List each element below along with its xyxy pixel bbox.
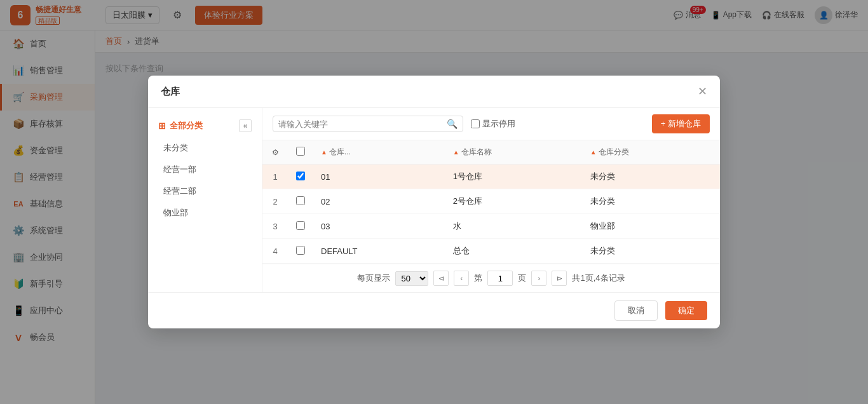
row-num: 4 (262, 239, 288, 264)
page-label: 页 (518, 273, 526, 284)
row-num: 3 (262, 214, 288, 239)
modal-header: 仓库 ✕ (148, 76, 720, 108)
collapse-button[interactable]: « (239, 119, 252, 132)
warehouse-modal: 仓库 ✕ ⊞ 全部分类 « 未分类 经营一部 经营二部 (148, 76, 720, 328)
last-page-button[interactable]: ⊳ (552, 271, 567, 286)
table-row[interactable]: 4 DEFAULT 总仓 未分类 (262, 239, 720, 264)
modal-footer: 取消 确定 (148, 292, 720, 328)
modal-table-wrap: ⚙ ▲ 仓库... (262, 140, 720, 264)
modal-title: 仓库 (161, 86, 180, 98)
show-disabled-label[interactable]: 显示停用 (471, 118, 515, 130)
row-checkbox[interactable] (296, 221, 305, 230)
row-code: 01 (313, 165, 445, 189)
th-check (288, 140, 313, 165)
select-all-checkbox[interactable] (296, 147, 305, 156)
cancel-button[interactable]: 取消 (614, 300, 658, 321)
row-checkbox-cell (288, 239, 313, 264)
confirm-button[interactable]: 确定 (665, 301, 707, 320)
grid-icon: ⊞ (158, 121, 166, 131)
page-label-before: 第 (474, 273, 482, 284)
th-name: ▲ 仓库名称 (445, 140, 583, 165)
row-category: 未分类 (583, 189, 720, 214)
page-size-select[interactable]: 50 20 100 (395, 271, 428, 286)
row-checkbox-cell (288, 189, 313, 214)
table-body: 1 01 1号仓库 未分类 2 02 2号仓库 未分类 3 03 水 物业部 4 (262, 165, 720, 264)
row-checkbox[interactable] (296, 196, 305, 205)
row-category: 未分类 (583, 239, 720, 264)
sort-icon-code: ▲ (321, 149, 327, 156)
row-name: 水 (445, 214, 583, 239)
category-operation2[interactable]: 经营二部 (148, 180, 262, 202)
row-name: 总仓 (445, 239, 583, 264)
search-input[interactable] (278, 119, 447, 129)
show-disabled-checkbox[interactable] (471, 119, 480, 128)
pagination-total: 共1页,4条记录 (572, 273, 625, 284)
modal-toolbar: 🔍 显示停用 + 新增仓库 (262, 108, 720, 140)
row-num: 2 (262, 189, 288, 214)
row-checkbox-cell (288, 214, 313, 239)
modal-overlay: 仓库 ✕ ⊞ 全部分类 « 未分类 经营一部 经营二部 (0, 0, 868, 404)
row-checkbox[interactable] (296, 246, 305, 255)
sort-icon-category: ▲ (590, 149, 597, 156)
prev-page-button[interactable]: ‹ (454, 271, 469, 286)
category-operation1[interactable]: 经营一部 (148, 159, 262, 180)
first-page-button[interactable]: ⊲ (433, 271, 449, 286)
row-name: 1号仓库 (445, 165, 583, 189)
row-num: 1 (262, 165, 288, 189)
category-uncategorized[interactable]: 未分类 (148, 137, 262, 159)
modal-sidebar: ⊞ 全部分类 « 未分类 经营一部 经营二部 物业部 (148, 108, 262, 292)
warehouse-table: ⚙ ▲ 仓库... (262, 140, 720, 264)
page-input[interactable] (487, 271, 513, 286)
search-icon: 🔍 (447, 119, 458, 129)
category-property[interactable]: 物业部 (148, 202, 262, 224)
table-row[interactable]: 3 03 水 物业部 (262, 214, 720, 239)
next-page-button[interactable]: › (531, 271, 546, 286)
row-code: 03 (313, 214, 445, 239)
modal-body: ⊞ 全部分类 « 未分类 经营一部 经营二部 物业部 (148, 108, 720, 292)
row-category: 物业部 (583, 214, 720, 239)
modal-close-button[interactable]: ✕ (698, 84, 707, 98)
sort-icon-name: ▲ (453, 149, 459, 156)
row-checkbox-cell (288, 165, 313, 189)
row-checkbox[interactable] (296, 172, 305, 180)
table-header-row: ⚙ ▲ 仓库... (262, 140, 720, 165)
row-code: 02 (313, 189, 445, 214)
search-box: 🔍 (273, 116, 463, 132)
category-all-item[interactable]: ⊞ 全部分类 « (148, 114, 262, 137)
th-gear: ⚙ (262, 140, 288, 165)
add-warehouse-button[interactable]: + 新增仓库 (652, 114, 710, 133)
table-row[interactable]: 2 02 2号仓库 未分类 (262, 189, 720, 214)
th-category: ▲ 仓库分类 (583, 140, 720, 165)
modal-pagination: 每页显示 50 20 100 ⊲ ‹ 第 页 › ⊳ 共1页,4条记录 (262, 264, 720, 292)
row-code: DEFAULT (313, 239, 445, 264)
modal-main: 🔍 显示停用 + 新增仓库 ⚙ (262, 108, 720, 292)
table-row[interactable]: 1 01 1号仓库 未分类 (262, 165, 720, 189)
row-category: 未分类 (583, 165, 720, 189)
th-code: ▲ 仓库... (313, 140, 445, 165)
row-name: 2号仓库 (445, 189, 583, 214)
